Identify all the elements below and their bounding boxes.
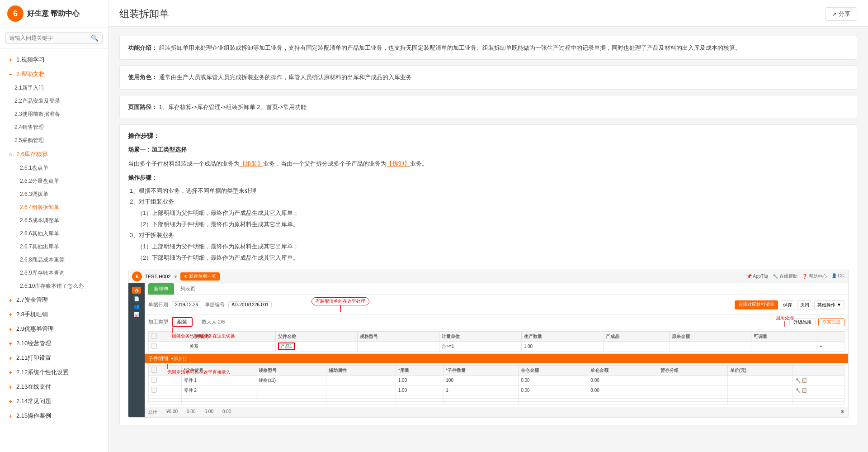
step2-2: （2）下部明细为子件明细，最终作为原材料生成其它出库单。 [137,219,849,230]
sidebar-item-pay[interactable]: 2.13在线支付 [0,380,108,394]
main-content: 组装拆卸单 ↗ 分享 功能介绍： 组装拆卸单用来处理企业组装或拆卸等加工业务，支… [108,0,868,452]
icon-doc: 📄 [134,296,139,301]
app-logo: 6 [132,271,142,281]
main-header: 组装拆卸单 ↗ 分享 [108,0,868,27]
sidebar-item-2-6-5[interactable]: 2.6.5成本调整单 [0,214,108,227]
footer-icon: ⚙ [840,409,844,415]
sidebar-item-finance[interactable]: 2.7资金管理 [0,293,108,307]
col-parent-name: 父件名称 [275,332,357,342]
nav-list: 1.视频学习 2.帮助文档 2.1新手入门 2.2产品安装及登录 2.3使用前数… [0,49,108,452]
sub-table-section: *父件货号 规格型号 辅助属性 *用量 *子件数量 主仓金额 单仓金额 暂存分组 [145,363,848,407]
screenshot-topbar: 6 TEST-H002 ▼ ⊕ 新建单据一览 📌 AppT知 🔧 在线帮助 ❓ … [128,270,848,283]
app-icon1: 📌 AppT知 [746,273,768,280]
role-label: 使用角色： [128,74,157,81]
sub-col-group: 暂存分组 [658,366,727,376]
circle-icon: ○ [7,151,14,157]
sidebar-item-custom[interactable]: 2.12系统个性化设置 [0,365,108,380]
btn-more: 其他操作 ▼ [814,300,844,309]
steps-section: 操作步骤： 场景一：加工类型选择 当由多个子件材料组装成一个成品的业务为【组装】… [119,124,857,425]
search-icon[interactable]: 🔍 [91,34,99,42]
form-date-value: 2019-12-26 [172,301,201,308]
screenshot-add-btn: ⊕ 新建单据一览 [180,272,220,281]
sub-table-row-4 [149,399,844,402]
footer-amt2: 0.00 [187,409,195,415]
sidebar-item-new-user[interactable]: 2.1新手入门 [0,81,108,95]
sub-col-action [793,366,844,376]
sidebar-item-2-6-1[interactable]: 2.6.1盘点单 [0,162,108,175]
sidebar-item-operate[interactable]: 2.10经营管理 [0,336,108,351]
col-unit: 计量单位 [439,332,521,342]
tab-list: 列表页 [175,283,201,295]
plus-icon-mobile [7,311,14,318]
brand-name: 好生意 帮助中心 [27,9,80,19]
sidebar-item-sales[interactable]: 2.4销售管理 [0,121,108,134]
share-button[interactable]: ↗ 分享 [825,7,857,21]
sidebar-item-2-6-4[interactable]: 2.6.4组装拆卸单 [0,201,108,214]
form-date-label: 单据日期 [148,301,168,308]
step2: 2、对于组装业务 [130,196,849,208]
sidebar-item-2-6-7[interactable]: 2.6.7其他出库单 [0,240,108,253]
sub-col-qty1: *用量 [396,366,443,376]
sidebar: 6 好生意 帮助中心 🔍 1.视频学习 2.帮助文档 2.1新手入门 2.2产品… [0,0,108,452]
cell-avail [751,342,817,352]
sidebar-item-2-6-9[interactable]: 2.6.9库存账本查询 [0,266,108,280]
steps-title: 操作步骤： [128,132,849,140]
screenshot-left-icons: 🏠 📄 👥 📊 [128,283,145,417]
path-label: 页面路径： [128,104,157,110]
sidebar-item-2-6-6[interactable]: 2.6.6其他入库单 [0,227,108,240]
app-icon3: ❓ 帮助中心 [802,273,827,280]
btn-cancel: 关闭 [797,300,812,309]
sidebar-item-data-prep[interactable]: 2.3使用前数据准备 [0,108,108,121]
footer-amt3: 0.00 [205,409,213,415]
sidebar-item-cases[interactable]: 2.15操作案例 [0,409,108,423]
sidebar-item-coupon[interactable]: 2.9优惠券管理 [0,322,108,336]
screenshot-topbar-right: 📌 AppT知 🔧 在线帮助 ❓ 帮助中心 👤 CC [746,273,844,280]
form-order-label: 单据编号 [205,301,225,308]
plus-icon [7,57,14,63]
sidebar-item-2-6-2[interactable]: 2.6.2分量盘点单 [0,175,108,188]
search-box[interactable]: 🔍 [0,28,108,49]
screenshot: 6 TEST-H002 ▼ ⊕ 新建单据一览 📌 AppT知 🔧 在线帮助 ❓ … [128,270,849,418]
sidebar-item-stock[interactable]: ○ 2.6库存核算 [0,147,108,162]
share-icon: ↗ [832,11,837,18]
screenshot-footer: 总计 ¥0.00 0.00 0.00 0.00 ⚙ [145,407,848,417]
plus-icon-print [7,355,14,361]
count-label: 数大人 2/6 [202,319,225,325]
col-product: 产成品 [604,332,670,342]
step3: 3、对于拆装业务 [130,230,849,241]
sidebar-item-purchase[interactable]: 2.5采购管理 [0,134,108,147]
footer-count: 总计 [148,409,157,415]
annotation-wrap3: 组装业务、拆卸业务在这里切换 [172,328,235,339]
annotation-arrow4 [784,321,785,327]
type-label: 加工类型 [148,319,168,325]
sidebar-item-2-6-3[interactable]: 2.6.3调拨单 [0,188,108,201]
page-title: 组装拆卸单 [119,7,169,21]
step2-1: （1）上部明细为父件明细，最终作为产成品生成其它入库单； [137,208,849,219]
sidebar-item-video[interactable]: 1.视频学习 [0,52,108,67]
sub-col-spec: 规格型号 [256,366,326,376]
col-avail: 可调量 [751,332,817,342]
footer-amt1: ¥0.00 [166,409,178,415]
annotation-label1: 有装配清单的在这里处理 [311,297,369,305]
sub-table-row-5 [149,402,844,405]
feature-intro-text: 组装拆卸单用来处理企业组装或拆卸等加工业务，支持有固定装配清单的产品加工业务，也… [159,44,741,51]
sidebar-item-2-6-8[interactable]: 2.6.8商品成本重算 [0,253,108,266]
sidebar-item-faq[interactable]: 2.14常见问题 [0,394,108,409]
sidebar-item-print[interactable]: 2.11打印设置 [0,351,108,365]
sidebar-item-docs[interactable]: 2.帮助文档 [0,67,108,81]
table-row: 关系 产品1 台>=1 1.00 + [149,342,844,352]
sub-table-row-3 [149,395,844,399]
sidebar-item-install[interactable]: 2.2产品安装及登录 [0,95,108,108]
cell-act: + [817,342,844,352]
minus-icon [7,71,14,77]
annotation-arrow3 [172,328,173,333]
sidebar-item-mobile[interactable]: 2.8手机旺铺 [0,307,108,322]
col-qty: 生产数量 [521,332,603,342]
cell-qty: 1.00 [521,342,603,352]
screenshot-type-row: 加工类型 组装 数大人 2/6 组装业务、拆卸业务在这里切换 启用处理 [145,315,848,329]
search-input[interactable] [9,35,91,41]
plus-icon-coupon [7,326,14,332]
screenshot-dropdown-icon: ▼ [173,274,178,279]
path-text: 1、库存核算->库存管理->组装拆卸单 2、首页->常用功能 [159,104,307,110]
sidebar-item-2-6-10[interactable]: 2.6.10库存账本错了怎么办 [0,280,108,293]
